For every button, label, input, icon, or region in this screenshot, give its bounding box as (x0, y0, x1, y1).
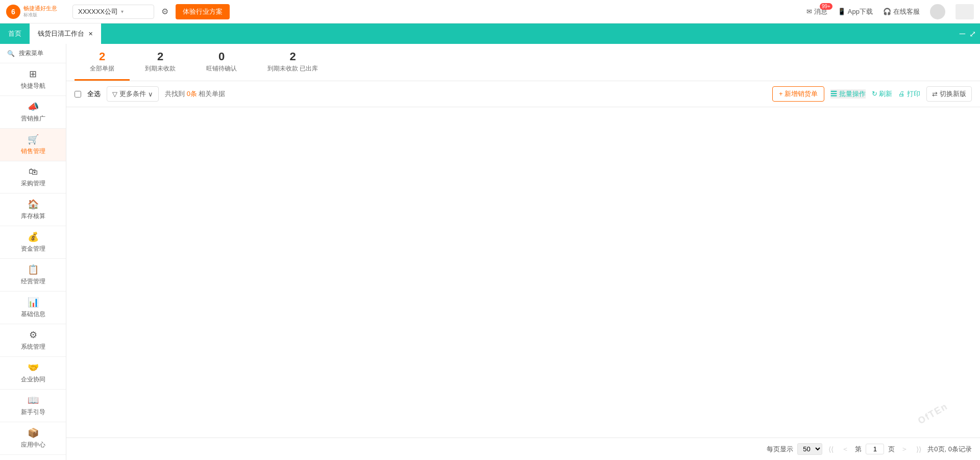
sidebar-label-system: 系统管理 (21, 343, 45, 351)
tab-qhrc[interactable]: 钱货日清工作台 ✕ (30, 23, 101, 44)
sidebar-label-app-center: 应用中心 (21, 441, 45, 449)
megaphone-icon: 📣 (28, 101, 39, 112)
sidebar: 🔍 搜索菜单 ⊞ 快捷导航 📣 营销推广 🛒 销售管理 🛍 采购管理 🏠 库存核… (0, 44, 66, 460)
sidebar-item-newbie[interactable]: 📖 新手引导 (0, 390, 66, 422)
stats-count-wangpu: 0 (218, 50, 225, 63)
stats-label-overdue: 到期未收款 (145, 64, 176, 73)
sidebar-item-operation[interactable]: 📋 经营管理 (0, 259, 66, 292)
money-icon: 💰 (28, 231, 39, 243)
sidebar-item-app-center[interactable]: 📦 应用中心 (0, 422, 66, 455)
found-text: 共找到 0条 相关单据 (165, 89, 225, 99)
search-label: 搜索菜单 (19, 49, 43, 58)
company-selector[interactable]: XXXXXX公司 ▾ (72, 5, 154, 19)
tab-home[interactable]: 首页 (0, 23, 30, 44)
sidebar-label-quick-nav: 快捷导航 (21, 82, 45, 90)
found-count: 0条 (187, 90, 197, 98)
tab-minimize-button[interactable]: ─ (960, 29, 965, 39)
filter-label: 更多条件 (119, 89, 146, 99)
logo-icon: 6 (6, 5, 20, 19)
refresh-button[interactable]: ↻ 刷新 (872, 89, 893, 99)
prev-page-button[interactable]: ＜ (840, 444, 851, 455)
logo-text-area: 畅捷通好生意 标准版 (23, 5, 57, 18)
sidebar-item-basic-info[interactable]: 📊 基础信息 (0, 292, 66, 324)
sidebar-item-enterprise[interactable]: 🤝 企业协同 (0, 357, 66, 390)
app-download-action[interactable]: 📱 App下载 (838, 7, 873, 16)
sidebar-label-sales: 销售管理 (21, 147, 45, 156)
sidebar-item-system[interactable]: ⚙ 系统管理 (0, 324, 66, 357)
app-download-label: App下载 (848, 7, 873, 16)
batch-icon: ☰ (830, 90, 837, 98)
sidebar-search[interactable]: 🔍 搜索菜单 (0, 44, 66, 63)
sidebar-item-purchase[interactable]: 🛍 采购管理 (0, 161, 66, 193)
app-edition: 标准版 (23, 12, 57, 18)
house-icon: 🏠 (28, 199, 39, 210)
stats-label-wangpu: 旺铺待确认 (206, 64, 237, 73)
next-page-button[interactable]: ＞ (899, 444, 910, 455)
tab-maximize-button[interactable]: ⤢ (969, 29, 976, 39)
sidebar-item-wechat[interactable]: 💬 企业微信 (0, 455, 66, 460)
toolbar: 全选 ▽ 更多条件 ∨ 共找到 0条 相关单据 + 新增销货单 ☰ 批量操作 ↻… (66, 81, 980, 107)
avatar[interactable] (930, 4, 945, 19)
last-page-button[interactable]: ⟩⟩ (914, 444, 923, 454)
sidebar-item-finance[interactable]: 💰 资金管理 (0, 226, 66, 259)
filter-chevron: ∨ (148, 90, 153, 98)
message-badge: 99+ (820, 3, 832, 10)
main-content: 2 全部单据 2 到期未收款 0 旺铺待确认 2 到期未收款 已出库 全选 ▽ … (66, 44, 980, 460)
stats-tab-all[interactable]: 2 全部单据 (75, 44, 130, 81)
book-icon: 📖 (28, 395, 39, 406)
filter-button[interactable]: ▽ 更多条件 ∨ (107, 86, 159, 102)
page-suffix: 页 (888, 445, 895, 454)
tab-qhrc-label: 钱货日清工作台 (38, 29, 84, 38)
sidebar-label-marketing: 营销推广 (21, 114, 45, 123)
first-page-button[interactable]: ⟨⟨ (826, 444, 836, 454)
user-name-area[interactable] (955, 4, 974, 19)
top-header: 6 畅捷通好生意 标准版 XXXXXX公司 ▾ ⚙ 体验行业方案 ✉ 消息 99… (0, 0, 980, 23)
handshake-icon: 🤝 (28, 362, 39, 373)
add-sales-button[interactable]: + 新增销货单 (772, 86, 824, 102)
sidebar-item-quick-nav[interactable]: ⊞ 快捷导航 (0, 63, 66, 96)
online-service-action[interactable]: 🎧 在线客服 (883, 7, 920, 16)
select-all-checkbox[interactable] (75, 91, 81, 98)
stats-label-all: 全部单据 (90, 64, 114, 73)
company-name: XXXXXX公司 (78, 7, 118, 16)
refresh-label: 刷新 (879, 90, 892, 98)
print-button[interactable]: 🖨 打印 (898, 89, 920, 99)
stats-tabs: 2 全部单据 2 到期未收款 0 旺铺待确认 2 到期未收款 已出库 (66, 44, 980, 81)
chart-icon: 📊 (28, 297, 39, 308)
trial-button[interactable]: 体验行业方案 (176, 4, 230, 19)
message-action[interactable]: ✉ 消息 99+ (806, 7, 827, 16)
sidebar-item-sales[interactable]: 🛒 销售管理 (0, 129, 66, 161)
batch-operation-button[interactable]: ☰ 批量操作 (830, 89, 866, 99)
page-label: 第 (855, 445, 862, 454)
gear-icon: ⚙ (29, 329, 37, 341)
filter-icon: ▽ (112, 90, 117, 98)
sidebar-label-basic-info: 基础信息 (21, 310, 45, 319)
header-right: ✉ 消息 99+ 📱 App下载 🎧 在线客服 (806, 4, 974, 19)
settings-icon[interactable]: ⚙ (159, 5, 170, 18)
tab-close-icon[interactable]: ✕ (88, 31, 93, 37)
logo-area: 6 畅捷通好生意 标准版 (6, 5, 72, 19)
switch-version-button[interactable]: ⇄ 切换新版 (926, 86, 972, 102)
total-label: 共0页, 0条记录 (927, 445, 972, 454)
table-area (66, 107, 980, 438)
app-name: 畅捷通好生意 (23, 5, 57, 12)
print-icon: 🖨 (898, 90, 905, 98)
grid-icon: ⊞ (29, 68, 37, 80)
sidebar-label-newbie: 新手引导 (21, 408, 45, 417)
pagination: 每页显示 50 ⟨⟨ ＜ 第 页 ＞ ⟩⟩ 共0页, 0条记录 (66, 438, 980, 460)
stats-count-all: 2 (99, 50, 105, 63)
stats-count-overdue: 2 (157, 50, 163, 63)
box-icon: 📦 (28, 427, 39, 439)
stats-tab-overdue[interactable]: 2 到期未收款 (130, 44, 191, 81)
sidebar-item-marketing[interactable]: 📣 营销推广 (0, 96, 66, 129)
stats-tab-wangpu[interactable]: 0 旺铺待确认 (191, 44, 252, 81)
stats-count-shipped: 2 (290, 50, 296, 63)
purchase-icon: 🛍 (29, 166, 38, 177)
per-page-label: 每页显示 (767, 445, 793, 454)
stats-tab-shipped[interactable]: 2 到期未收款 已出库 (252, 44, 333, 81)
switch-label: 切换新版 (940, 89, 966, 99)
found-suffix: 相关单据 (199, 90, 225, 98)
sidebar-item-inventory[interactable]: 🏠 库存核算 (0, 193, 66, 226)
per-page-select[interactable]: 50 (797, 443, 822, 455)
page-input[interactable] (866, 444, 884, 454)
